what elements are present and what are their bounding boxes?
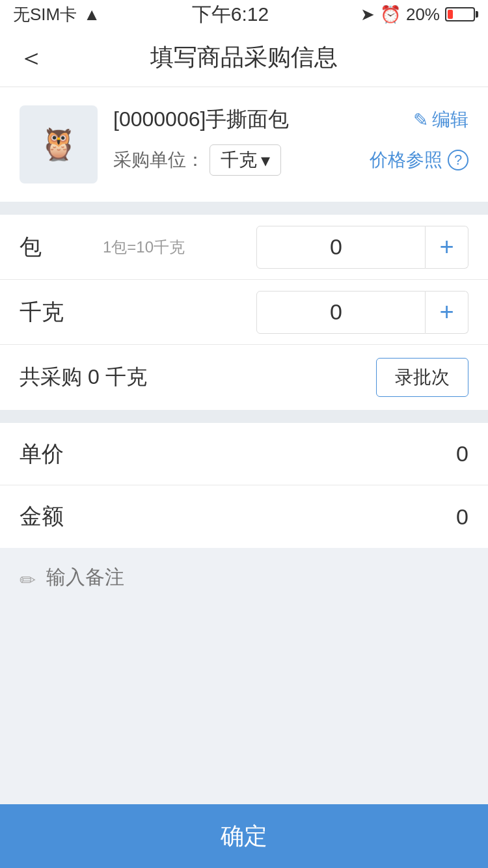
info-section: 单价 0 金额 0	[0, 423, 488, 548]
price-ref-button[interactable]: 价格参照 ?	[370, 148, 468, 172]
unit-select[interactable]: 千克 ▾	[210, 144, 281, 176]
status-time: 下午6:12	[192, 1, 269, 28]
location-icon: ➤	[360, 5, 375, 25]
edit-label: 编辑	[432, 107, 468, 132]
pack-sub-label: 1包=10千克	[103, 237, 185, 258]
edit-icon: ✎	[413, 109, 428, 131]
pack-input[interactable]	[256, 226, 426, 269]
wifi-icon: ▲	[83, 5, 100, 25]
product-name: [0000006]手撕面包	[113, 105, 289, 134]
price-ref-label: 价格参照	[370, 148, 442, 172]
section-divider-2	[0, 410, 488, 423]
pack-label: 包	[20, 232, 98, 262]
input-section: 包 1包=10千克 + 千克 +	[0, 215, 488, 345]
dropdown-icon: ▾	[261, 150, 270, 171]
amount-value: 0	[456, 504, 468, 530]
unit-price-label: 单价	[20, 439, 64, 469]
status-right: ➤ ⏰ 20%	[360, 5, 475, 25]
product-image: 🦉	[20, 105, 98, 183]
section-divider-1	[0, 202, 488, 215]
battery-fill	[448, 10, 453, 19]
kg-plus-button[interactable]: +	[426, 291, 468, 334]
page-title: 填写商品采购信息	[150, 42, 338, 74]
batch-button[interactable]: 录批次	[376, 358, 468, 397]
pack-plus-button[interactable]: +	[426, 226, 468, 269]
kg-label: 千克	[20, 297, 98, 327]
status-bar: 无SIM卡 ▲ 下午6:12 ➤ ⏰ 20%	[0, 0, 488, 29]
kg-input-row: 千克 +	[0, 280, 488, 345]
remark-input[interactable]	[46, 566, 468, 588]
amount-row: 金额 0	[0, 485, 488, 548]
unit-label: 采购单位：	[113, 148, 204, 172]
help-icon: ?	[448, 150, 468, 170]
amount-label: 金额	[20, 502, 64, 532]
product-unit-row: 采购单位： 千克 ▾ 价格参照 ?	[113, 144, 468, 176]
kg-input-right: +	[98, 291, 468, 334]
confirm-button[interactable]: 确定	[0, 804, 488, 868]
total-text: 共采购 0 千克	[20, 363, 147, 392]
product-info: [0000006]手撕面包 ✎ 编辑 采购单位： 千克 ▾ 价格参照 ?	[113, 105, 468, 176]
product-card: 🦉 [0000006]手撕面包 ✎ 编辑 采购单位： 千克 ▾ 价格参照 ?	[0, 87, 488, 202]
unit-value: 千克	[221, 148, 257, 172]
unit-price-row: 单价 0	[0, 423, 488, 485]
battery-percent: 20%	[406, 5, 440, 25]
pencil-icon: ✏	[20, 569, 36, 591]
pack-input-row: 包 1包=10千克 +	[0, 215, 488, 280]
battery-icon	[445, 7, 475, 21]
unit-price-value: 0	[456, 441, 468, 467]
product-logo: 🦉	[39, 126, 78, 163]
carrier-label: 无SIM卡	[13, 3, 77, 26]
back-button[interactable]: ＜	[18, 40, 44, 75]
kg-input[interactable]	[256, 291, 426, 334]
status-left: 无SIM卡 ▲	[13, 3, 100, 26]
total-row: 共采购 0 千克 录批次	[0, 345, 488, 410]
edit-button[interactable]: ✎ 编辑	[413, 107, 468, 132]
alarm-icon: ⏰	[380, 5, 401, 25]
nav-bar: ＜ 填写商品采购信息	[0, 29, 488, 87]
remark-section: ✏	[0, 548, 488, 652]
pack-input-right: +	[185, 226, 468, 269]
product-top-row: [0000006]手撕面包 ✎ 编辑	[113, 105, 468, 134]
